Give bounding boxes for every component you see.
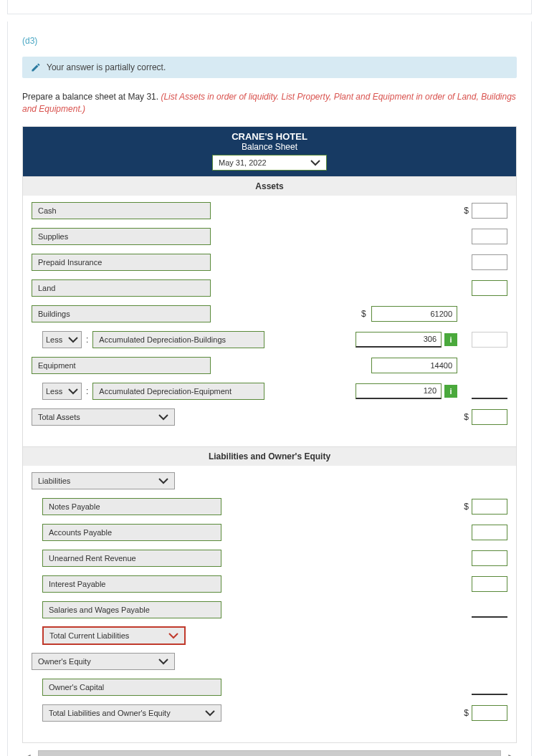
equipment-value[interactable]: 14400 [371, 358, 457, 373]
liab-body: Liabilities Notes Payable $ Accounts Pay… [23, 466, 516, 742]
salaries-wages-payable-label[interactable]: Salaries and Wages Payable [42, 601, 221, 618]
chevron-down-icon [205, 709, 215, 717]
accounts-payable-value[interactable] [472, 525, 507, 540]
dollar-sign: $ [463, 502, 472, 512]
chevron-down-icon [68, 388, 78, 395]
balance-sheet: CRANE'S HOTEL Balance Sheet May 31, 2022… [22, 126, 517, 743]
statement-title: Balance Sheet [23, 142, 516, 152]
scrollbar-track[interactable] [38, 750, 501, 756]
info-icon[interactable]: i [444, 333, 457, 346]
less-select-buildings[interactable]: Less [42, 331, 82, 348]
notes-payable-label[interactable]: Notes Payable [42, 498, 221, 515]
owners-equity-select[interactable]: Owner's Equity [32, 653, 175, 670]
dollar-sign: $ [463, 412, 472, 422]
land-label[interactable]: Land [32, 279, 211, 297]
balance-sheet-header: CRANE'S HOTEL Balance Sheet May 31, 2022 [23, 127, 516, 176]
chevron-down-icon [68, 336, 78, 343]
acc-dep-equipment-label[interactable]: Accumulated Depreciation-Equipment [92, 383, 264, 400]
notes-payable-value[interactable] [472, 499, 507, 515]
pencil-icon [31, 62, 41, 72]
total-current-liabilities-label: Total Current Liabilities [49, 631, 129, 640]
dollar-sign: $ [463, 708, 472, 718]
dollar-sign: $ [463, 206, 472, 216]
accounts-payable-label[interactable]: Accounts Payable [42, 524, 221, 541]
chevron-down-icon [310, 159, 320, 166]
less-label: Less [46, 387, 62, 396]
buildings-net-value[interactable] [472, 332, 507, 348]
total-current-liabilities-select[interactable]: Total Current Liabilities [42, 626, 186, 645]
assets-body: Cash $ Supplies Prepaid Insurance [23, 196, 516, 446]
total-liab-oe-label: Total Liabilities and Owner's Equity [49, 709, 171, 717]
supplies-value[interactable] [472, 229, 507, 244]
acc-dep-buildings-value[interactable]: 306 [356, 332, 442, 348]
instruction-prefix: Prepare a balance sheet at May 31. [22, 92, 161, 102]
acc-dep-buildings-label[interactable]: Accumulated Depreciation-Buildings [92, 331, 264, 348]
total-liab-oe-value[interactable] [472, 705, 507, 721]
unearned-rent-label[interactable]: Unearned Rent Revenue [42, 550, 221, 567]
interest-payable-value[interactable] [472, 576, 507, 592]
chevron-down-icon [158, 658, 168, 665]
liabilities-select[interactable]: Liabilities [32, 472, 175, 489]
land-value[interactable] [472, 280, 507, 296]
part-label: (d3) [22, 36, 517, 46]
buildings-label[interactable]: Buildings [32, 305, 211, 322]
owners-capital-value[interactable] [472, 679, 507, 695]
liabilities-label: Liabilities [38, 477, 70, 485]
equipment-label[interactable]: Equipment [32, 357, 211, 374]
partial-correct-alert: Your answer is partially correct. [22, 57, 517, 78]
buildings-value[interactable]: 61200 [371, 306, 457, 322]
colon: : [86, 386, 88, 396]
total-assets-label: Total Assets [38, 413, 80, 421]
instruction-text: Prepare a balance sheet at May 31. (List… [22, 91, 517, 115]
acc-dep-equipment-value[interactable]: 120 [356, 383, 442, 399]
total-assets-value[interactable] [472, 409, 507, 425]
company-name: CRANE'S HOTEL [23, 131, 516, 142]
owners-equity-label: Owner's Equity [38, 657, 91, 666]
chevron-down-icon [158, 477, 168, 484]
scroll-right-arrow[interactable]: ► [505, 752, 517, 756]
cash-value[interactable] [472, 203, 507, 219]
total-assets-select[interactable]: Total Assets [32, 408, 175, 426]
horizontal-scrollbar[interactable]: ◄ ► [22, 750, 517, 756]
equipment-net-value[interactable] [472, 383, 507, 399]
supplies-label[interactable]: Supplies [32, 228, 211, 245]
salaries-wages-payable-value[interactable] [472, 602, 507, 618]
unearned-rent-value[interactable] [472, 550, 507, 566]
dollar-sign: $ [361, 309, 368, 319]
interest-payable-label[interactable]: Interest Payable [42, 575, 221, 593]
prepaid-insurance-label[interactable]: Prepaid Insurance [32, 254, 211, 271]
liab-oe-section-title: Liabilities and Owner's Equity [23, 446, 516, 466]
date-select-value: May 31, 2022 [219, 158, 267, 167]
chevron-down-icon [168, 632, 178, 639]
less-select-equipment[interactable]: Less [42, 383, 82, 400]
assets-section-title: Assets [23, 176, 516, 196]
less-label: Less [46, 335, 62, 344]
info-icon[interactable]: i [444, 385, 457, 398]
alert-text: Your answer is partially correct. [47, 62, 166, 72]
owners-capital-label[interactable]: Owner's Capital [42, 679, 221, 696]
chevron-down-icon [158, 413, 168, 421]
prepaid-insurance-value[interactable] [472, 254, 507, 270]
date-select[interactable]: May 31, 2022 [212, 155, 327, 171]
cash-label[interactable]: Cash [32, 202, 211, 219]
colon: : [86, 335, 88, 345]
total-liab-oe-select[interactable]: Total Liabilities and Owner's Equity [42, 704, 221, 722]
scroll-left-arrow[interactable]: ◄ [22, 752, 34, 756]
